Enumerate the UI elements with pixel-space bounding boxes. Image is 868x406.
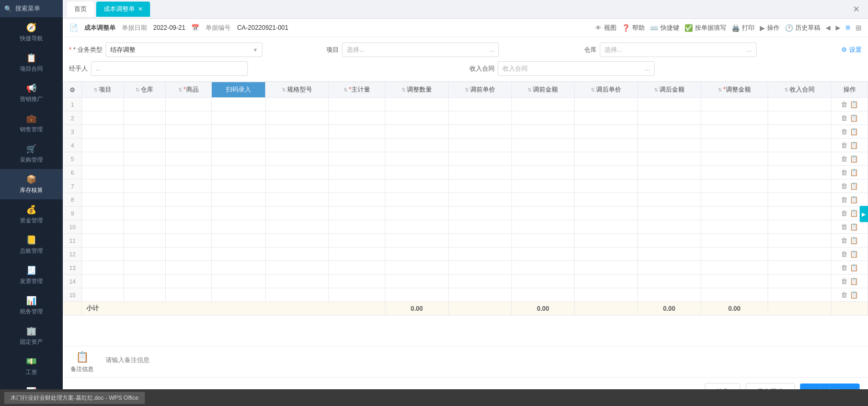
cell-spec[interactable]: [266, 288, 329, 302]
cell-scan[interactable]: [211, 166, 266, 179]
copy-icon[interactable]: 📋: [850, 236, 858, 244]
business-type-input[interactable]: 结存调整 ▼: [106, 42, 262, 57]
cell-after-amount[interactable]: [637, 220, 701, 234]
help-button[interactable]: ❓ 帮助: [622, 24, 645, 32]
cell-before-price[interactable]: [448, 247, 511, 261]
cell-product[interactable]: [165, 193, 211, 207]
cell-adjust-qty[interactable]: [385, 179, 449, 193]
cell-product[interactable]: [165, 111, 211, 125]
sidebar-item-quick-nav[interactable]: 🧭 快捷导航: [0, 17, 63, 48]
cell-after-amount[interactable]: [637, 111, 701, 125]
cell-scan[interactable]: [211, 193, 266, 207]
cell-before-price[interactable]: [448, 166, 511, 179]
cell-warehouse[interactable]: [123, 179, 165, 193]
cell-after-price[interactable]: [575, 179, 638, 193]
cell-after-price[interactable]: [575, 193, 638, 207]
table-row[interactable]: 6🗑📋: [63, 166, 868, 179]
cell-project[interactable]: [82, 261, 124, 275]
cell-project[interactable]: [82, 207, 124, 220]
delete-icon[interactable]: 🗑: [841, 250, 848, 258]
delete-icon[interactable]: 🗑: [841, 114, 848, 122]
cell-unit[interactable]: [328, 139, 385, 152]
cell-scan[interactable]: [211, 125, 266, 139]
copy-icon[interactable]: 📋: [850, 264, 858, 272]
print-button[interactable]: 🖨️ 打印: [732, 24, 755, 32]
sidebar-item-invoice[interactable]: 🧾 发票管理: [0, 260, 63, 290]
copy-icon[interactable]: 📋: [850, 100, 858, 108]
col-settings[interactable]: ⚙: [63, 82, 82, 98]
cell-adjust-qty[interactable]: [385, 139, 449, 152]
cell-before-price[interactable]: [448, 234, 511, 247]
cell-unit[interactable]: [328, 125, 385, 139]
cell-before-amount[interactable]: [511, 193, 575, 207]
cell-project[interactable]: [82, 193, 124, 207]
cell-before-amount[interactable]: [511, 152, 575, 166]
income-contract-input[interactable]: 收入合同 ...: [498, 61, 655, 76]
cell-project[interactable]: [82, 288, 124, 302]
cell-unit[interactable]: [328, 179, 385, 193]
cell-project[interactable]: [82, 234, 124, 247]
nav-left-button[interactable]: ◀: [826, 24, 830, 31]
cell-unit[interactable]: [328, 98, 385, 111]
cell-after-price[interactable]: [575, 220, 638, 234]
cell-product[interactable]: [165, 179, 211, 193]
history-button[interactable]: 🕐 历史草稿: [785, 24, 820, 32]
cell-before-price[interactable]: [448, 193, 511, 207]
handler-input[interactable]: ...: [91, 61, 248, 76]
cell-before-price[interactable]: [448, 275, 511, 288]
cell-before-amount[interactable]: [511, 207, 575, 220]
layout2-button[interactable]: ⊞: [855, 24, 862, 32]
cell-product[interactable]: [165, 139, 211, 152]
sidebar-item-sales-mgmt[interactable]: 💼 销售管理: [0, 108, 63, 139]
cell-adjust-qty[interactable]: [385, 275, 449, 288]
sidebar-item-finance[interactable]: 💰 资金管理: [0, 199, 63, 230]
cell-after-amount[interactable]: [637, 166, 701, 179]
cell-unit[interactable]: [328, 207, 385, 220]
cell-before-amount[interactable]: [511, 234, 575, 247]
cell-unit[interactable]: [328, 111, 385, 125]
delete-icon[interactable]: 🗑: [841, 128, 848, 136]
cell-adjust-amount[interactable]: [701, 139, 768, 152]
cell-spec[interactable]: [266, 275, 329, 288]
cell-warehouse[interactable]: [123, 152, 165, 166]
cell-warehouse[interactable]: [123, 98, 165, 111]
cell-after-price[interactable]: [575, 111, 638, 125]
delete-icon[interactable]: 🗑: [841, 223, 848, 231]
operation-button[interactable]: ▶ 操作: [760, 24, 780, 32]
window-close-button[interactable]: ✕: [849, 4, 864, 14]
project-input[interactable]: 选择... ...: [342, 42, 499, 57]
copy-icon[interactable]: 📋: [850, 168, 858, 176]
cell-project[interactable]: [82, 179, 124, 193]
cell-spec[interactable]: [266, 139, 329, 152]
sidebar-item-payroll[interactable]: 💵 工资: [0, 351, 63, 381]
table-row[interactable]: 2🗑📋: [63, 111, 868, 125]
cell-adjust-qty[interactable]: [385, 220, 449, 234]
cell-project[interactable]: [82, 98, 124, 111]
cell-spec[interactable]: [266, 152, 329, 166]
cell-warehouse[interactable]: [123, 261, 165, 275]
cell-before-price[interactable]: [448, 288, 511, 302]
check-submit-button[interactable]: ✅ 按单据填写: [684, 24, 726, 32]
cell-project[interactable]: [82, 275, 124, 288]
cell-before-amount[interactable]: [511, 111, 575, 125]
table-row[interactable]: 13🗑📋: [63, 261, 868, 275]
settings-button[interactable]: ⚙ 设置: [841, 46, 862, 54]
cell-adjust-amount[interactable]: [701, 125, 768, 139]
cell-after-price[interactable]: [575, 98, 638, 111]
copy-icon[interactable]: 📋: [850, 155, 858, 163]
cell-warehouse[interactable]: [123, 220, 165, 234]
delete-icon[interactable]: 🗑: [841, 100, 848, 108]
cell-after-price[interactable]: [575, 139, 638, 152]
cell-after-amount[interactable]: [637, 152, 701, 166]
hotkey-button[interactable]: ⌨️ 快捷键: [650, 24, 679, 32]
cell-warehouse[interactable]: [123, 247, 165, 261]
cell-adjust-qty[interactable]: [385, 261, 449, 275]
right-edge-expand-button[interactable]: ▶: [860, 206, 868, 222]
copy-icon[interactable]: 📋: [850, 196, 858, 204]
cell-after-amount[interactable]: [637, 139, 701, 152]
cell-warehouse[interactable]: [123, 275, 165, 288]
delete-icon[interactable]: 🗑: [841, 277, 848, 285]
cell-after-amount[interactable]: [637, 261, 701, 275]
cell-income-contract[interactable]: [768, 275, 831, 288]
cell-after-price[interactable]: [575, 247, 638, 261]
